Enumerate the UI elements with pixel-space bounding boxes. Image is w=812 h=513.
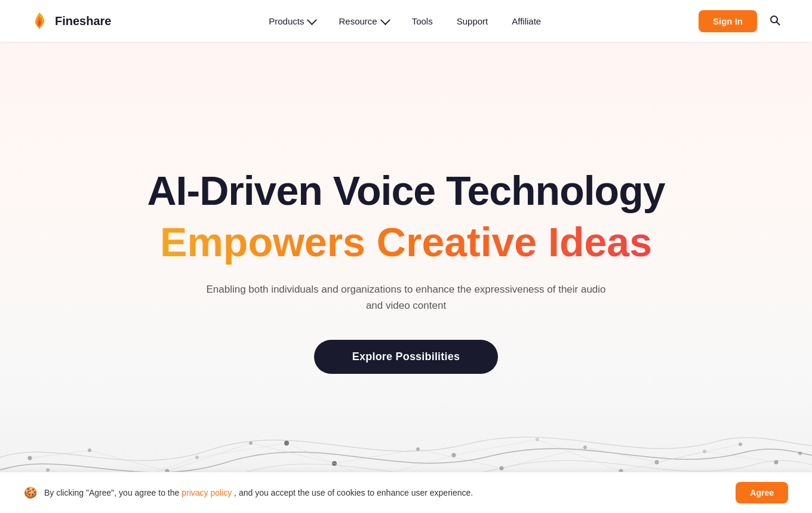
chevron-down-icon bbox=[380, 15, 390, 25]
svg-point-7 bbox=[332, 461, 337, 466]
svg-point-3 bbox=[28, 456, 32, 460]
privacy-policy-link[interactable]: privacy policy bbox=[182, 488, 234, 497]
svg-point-10 bbox=[583, 446, 587, 449]
svg-line-32 bbox=[657, 444, 740, 462]
svg-point-20 bbox=[536, 438, 539, 441]
cookie-text: By clicking "Agree", you agree to the pr… bbox=[44, 488, 721, 497]
hero-title-main: AI-Driven Voice Technology bbox=[147, 168, 665, 213]
svg-point-8 bbox=[416, 447, 420, 451]
svg-line-26 bbox=[167, 443, 251, 471]
svg-line-30 bbox=[502, 447, 585, 468]
nav-item-affiliate[interactable]: Affiliate bbox=[512, 16, 541, 26]
nav-link-support[interactable]: Support bbox=[457, 16, 488, 26]
svg-line-29 bbox=[418, 449, 502, 468]
nav-right: Sign In bbox=[699, 10, 783, 32]
logo-text: Fineshare bbox=[55, 14, 111, 28]
svg-line-31 bbox=[585, 447, 657, 462]
svg-point-13 bbox=[798, 451, 802, 455]
svg-point-23 bbox=[774, 460, 779, 465]
svg-line-27 bbox=[251, 443, 334, 463]
explore-button[interactable]: Explore Possibilities bbox=[314, 340, 498, 374]
svg-line-2 bbox=[776, 21, 779, 24]
svg-point-12 bbox=[739, 443, 742, 446]
svg-line-28 bbox=[334, 449, 418, 463]
navbar: Fineshare Products Resource Tools Suppor… bbox=[0, 0, 812, 42]
signin-button[interactable]: Sign In bbox=[699, 10, 757, 32]
nav-item-tools[interactable]: Tools bbox=[412, 16, 433, 26]
nav-item-products[interactable]: Products bbox=[269, 16, 315, 26]
nav-item-resource[interactable]: Resource bbox=[339, 16, 387, 26]
chevron-down-icon bbox=[307, 15, 317, 25]
hero-section: AI-Driven Voice Technology Empowers Crea… bbox=[0, 42, 812, 512]
svg-point-4 bbox=[88, 449, 91, 452]
nav-link-tools[interactable]: Tools bbox=[412, 16, 433, 26]
svg-line-40 bbox=[621, 451, 705, 471]
svg-line-35 bbox=[197, 443, 287, 457]
cookie-banner: 🍪 By clicking "Agree", you agree to the … bbox=[0, 472, 812, 512]
svg-line-25 bbox=[90, 450, 167, 471]
logo-icon bbox=[29, 10, 50, 32]
svg-point-9 bbox=[500, 466, 504, 471]
svg-point-22 bbox=[703, 450, 706, 453]
svg-point-11 bbox=[655, 460, 659, 465]
cookie-emoji: 🍪 bbox=[24, 486, 37, 499]
logo-link[interactable]: Fineshare bbox=[29, 10, 111, 32]
search-icon bbox=[769, 14, 781, 26]
svg-line-41 bbox=[705, 451, 776, 462]
nav-links: Products Resource Tools Support Affiliat… bbox=[269, 16, 541, 26]
agree-button[interactable]: Agree bbox=[736, 482, 788, 503]
svg-line-39 bbox=[537, 440, 621, 471]
nav-link-resource[interactable]: Resource bbox=[339, 16, 387, 26]
nav-link-products[interactable]: Products bbox=[269, 16, 315, 26]
search-button[interactable] bbox=[767, 12, 783, 30]
hero-subtitle: Enabling both individuals and organizati… bbox=[203, 281, 609, 314]
svg-line-38 bbox=[454, 440, 537, 455]
nav-link-affiliate[interactable]: Affiliate bbox=[512, 16, 541, 26]
svg-point-6 bbox=[249, 441, 253, 445]
svg-point-19 bbox=[452, 453, 456, 457]
svg-line-24 bbox=[30, 450, 90, 458]
svg-point-16 bbox=[195, 456, 199, 459]
hero-title-accent: Empowers Creative Ideas bbox=[160, 220, 652, 265]
nav-item-support[interactable]: Support bbox=[457, 16, 488, 26]
svg-point-17 bbox=[284, 441, 289, 446]
